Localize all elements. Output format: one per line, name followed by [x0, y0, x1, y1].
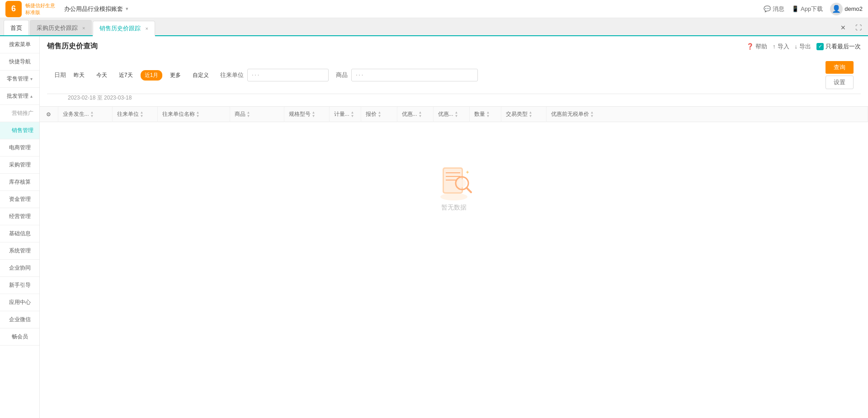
empty-state: ✦ 暂无数据 — [40, 122, 868, 248]
sidebar-item-inventory[interactable]: 库存核算 — [0, 174, 39, 191]
sidebar-item-wholesale-mgmt[interactable]: 批发管理 ▴ — [0, 88, 39, 105]
import-btn[interactable]: ↑ 导入 — [773, 43, 789, 51]
company-dropdown-icon[interactable]: ▾ — [126, 6, 128, 12]
export-btn[interactable]: ↓ 导出 — [795, 43, 811, 51]
close-tab-btn[interactable]: ✕ — [837, 22, 849, 33]
app-icon: 📱 — [792, 5, 799, 12]
sidebar-item-app-center[interactable]: 应用中心 — [0, 294, 39, 311]
brand-text: 畅捷信好生意 标准版 — [25, 2, 55, 15]
date-label: 日期 — [54, 71, 66, 79]
partner-label: 往来单位 — [220, 71, 244, 79]
user-profile[interactable]: 👤 demo2 — [830, 3, 863, 15]
th-discount2[interactable]: 优惠... ▲▼ — [433, 107, 469, 122]
date-custom-btn[interactable]: 自定义 — [189, 70, 213, 81]
avatar: 👤 — [830, 3, 843, 15]
partner-filter-group: 往来单位 ··· — [220, 69, 329, 81]
settings-btn[interactable]: 设置 — [826, 76, 854, 89]
partner-input[interactable]: ··· — [247, 69, 329, 81]
tab-home[interactable]: 首页 — [4, 20, 29, 35]
sort-discount2-icon: ▲▼ — [455, 111, 458, 118]
date-yesterday-btn[interactable]: 昨天 — [70, 70, 89, 81]
sidebar-item-enterprise[interactable]: 企业协同 — [0, 260, 39, 277]
th-partner-code[interactable]: 往来单位 ▲▼ — [112, 107, 157, 122]
main-layout: 搜索菜单 快捷导航 零售管理 ▾ 批发管理 ▴ 营销推广 销售管理 电商管理 采 — [0, 36, 868, 418]
sort-unit-icon: ▲▼ — [351, 111, 354, 118]
table-container: ⚙ 业务发生... ▲▼ 往来单位 ▲▼ — [40, 107, 868, 418]
tab-sales-history-label: 销售历史价跟踪 — [99, 24, 141, 33]
sidebar-item-purchase-mgmt[interactable]: 采购管理 — [0, 157, 39, 174]
brand-logo: 6 — [5, 1, 22, 17]
tab-sales-history[interactable]: 销售历史价跟踪 × — [93, 21, 155, 36]
th-unit[interactable]: 计量... ▲▼ — [329, 107, 361, 122]
action-btns: 查询 设置 — [826, 61, 854, 89]
sidebar-item-retail-mgmt[interactable]: 零售管理 ▾ — [0, 71, 39, 88]
sidebar: 搜索菜单 快捷导航 零售管理 ▾ 批发管理 ▴ 营销推广 销售管理 电商管理 采 — [0, 36, 40, 418]
tab-purchase-close-icon[interactable]: × — [82, 25, 85, 31]
date-7days-btn[interactable]: 近7天 — [115, 70, 137, 81]
sidebar-item-sales-mgmt[interactable]: 销售管理 — [0, 122, 39, 139]
svg-text:✦: ✦ — [465, 169, 470, 176]
goods-input-dots: ··· — [355, 71, 364, 79]
date-more-btn[interactable]: 更多 — [166, 70, 185, 81]
sort-goods-icon: ▲▼ — [247, 111, 250, 118]
date-1month-btn[interactable]: 近1月 — [141, 70, 163, 81]
goods-input[interactable]: ··· — [351, 69, 478, 81]
sort-discount1-icon: ▲▼ — [419, 111, 422, 118]
sidebar-item-vip[interactable]: 畅会员 — [0, 328, 39, 346]
settings-icon: ⚙ — [46, 111, 51, 118]
topbar: 6 畅捷信好生意 标准版 办公用品行业模拟账套 ▾ 💬 消息 📱 App下载 👤… — [0, 0, 868, 18]
sort-partner-name-icon: ▲▼ — [196, 111, 200, 118]
sidebar-item-search-menu[interactable]: 搜索菜单 — [0, 36, 39, 53]
only-last-checkbox[interactable]: ✓ 只看最后一次 — [816, 43, 861, 51]
help-btn[interactable]: ❓ 帮助 — [746, 43, 767, 51]
topbar-center: 办公用品行业模拟账套 ▾ — [55, 5, 764, 13]
filter-bar: 日期 昨天 今天 近7天 近1月 更多 自定义 往来单位 ··· 商品 — [47, 57, 861, 94]
data-table: ⚙ 业务发生... ▲▼ 往来单位 ▲▼ — [40, 107, 868, 122]
sort-biz-date-icon: ▲▼ — [90, 111, 94, 118]
sidebar-item-basic-info[interactable]: 基础信息 — [0, 225, 39, 242]
th-goods[interactable]: 商品 ▲▼ — [230, 107, 284, 122]
th-spec[interactable]: 规格型号 ▲▼ — [284, 107, 329, 122]
app-download-btn[interactable]: 📱 App下载 — [792, 5, 823, 13]
empty-text: 暂无数据 — [441, 204, 467, 212]
th-settings[interactable]: ⚙ — [40, 107, 58, 122]
search-btn[interactable]: 查询 — [826, 61, 854, 74]
tab-right-actions: ✕ ⛶ — [837, 22, 864, 35]
th-no-tax-price[interactable]: 优惠前无税单价 ▲▼ — [546, 107, 868, 122]
message-icon: 💬 — [764, 5, 771, 12]
sidebar-item-wechat[interactable]: 企业微信 — [0, 311, 39, 328]
th-quote[interactable]: 报价 ▲▼ — [361, 107, 397, 122]
sidebar-item-finance[interactable]: 资金管理 — [0, 191, 39, 208]
export-icon: ↓ — [795, 43, 798, 50]
sidebar-item-marketing[interactable]: 营销推广 — [0, 105, 39, 122]
message-btn[interactable]: 💬 消息 — [764, 5, 784, 13]
page-title: 销售历史价查询 — [47, 42, 98, 51]
tabbar: 首页 采购历史价跟踪 × 销售历史价跟踪 × ✕ ⛶ — [0, 18, 868, 36]
page-actions: ❓ 帮助 ↑ 导入 ↓ 导出 ✓ 只看最后一次 — [746, 43, 861, 51]
username-label: demo2 — [844, 5, 863, 12]
tab-purchase-history-label: 采购历史价跟踪 — [37, 24, 78, 32]
sidebar-item-ecom-mgmt[interactable]: 电商管理 — [0, 139, 39, 157]
tab-purchase-history[interactable]: 采购历史价跟踪 × — [30, 20, 92, 35]
th-partner-name[interactable]: 往来单位名称 ▲▼ — [157, 107, 230, 122]
goods-filter-group: 商品 ··· — [336, 69, 478, 81]
help-icon: ❓ — [746, 43, 754, 50]
sidebar-item-guide[interactable]: 新手引导 — [0, 277, 39, 294]
svg-point-0 — [440, 193, 467, 200]
th-discount1[interactable]: 优惠... ▲▼ — [397, 107, 433, 122]
tab-sales-close-icon[interactable]: × — [145, 26, 148, 31]
th-biz-date[interactable]: 业务发生... ▲▼ — [58, 107, 112, 122]
retail-mgmt-arrow-icon: ▾ — [30, 76, 33, 81]
sidebar-item-quick-nav[interactable]: 快捷导航 — [0, 53, 39, 71]
th-trade-type[interactable]: 交易类型 ▲▼ — [501, 107, 546, 122]
sort-spec-icon: ▲▼ — [312, 111, 316, 118]
topbar-right: 💬 消息 📱 App下载 👤 demo2 — [764, 3, 863, 15]
date-today-btn[interactable]: 今天 — [92, 70, 111, 81]
page-header: 销售历史价查询 ❓ 帮助 ↑ 导入 ↓ 导出 ✓ — [40, 36, 868, 107]
sidebar-item-system[interactable]: 系统管理 — [0, 242, 39, 260]
maximize-tab-btn[interactable]: ⛶ — [853, 22, 864, 33]
checkbox-icon: ✓ — [816, 43, 824, 50]
sidebar-item-operations[interactable]: 经营管理 — [0, 208, 39, 225]
date-range-display: 2023-02-18 至 2023-03-18 — [47, 94, 861, 106]
th-qty[interactable]: 数量 ▲▼ — [469, 107, 501, 122]
